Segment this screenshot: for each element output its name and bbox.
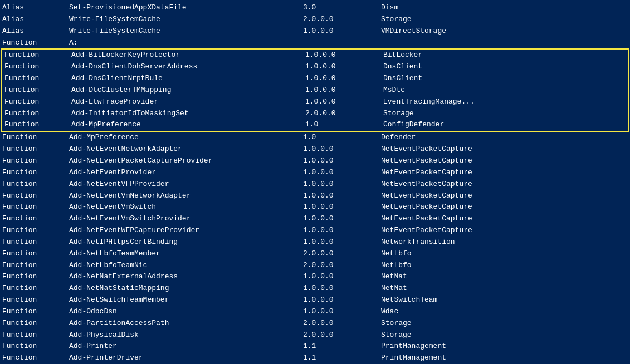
row-name: Add-Printer [69, 341, 303, 352]
table-row: FunctionAdd-Printer1.1PrintManagement [0, 341, 630, 352]
row-type: Alias [2, 26, 69, 37]
table-row: AliasSet-ProvisionedAppXDataFile3.0Dism [0, 2, 630, 14]
row-name: Add-BitLockerKeyProtector [71, 50, 305, 61]
row-module: NetLbfo [381, 249, 628, 259]
row-name: Write-FileSystemCache [69, 26, 303, 37]
row-version: 2.0.0.0 [303, 330, 381, 341]
row-version: 1.0.0.0 [303, 283, 381, 294]
row-version: 3.0 [303, 3, 381, 13]
row-version: 1.0.0.0 [303, 272, 381, 282]
table-row: FunctionAdd-NetLbfoTeamNic2.0.0.0NetLbfo [0, 260, 630, 272]
row-type: Function [4, 62, 71, 72]
row-module: MsDtc [383, 85, 626, 96]
row-module: NetEventPacketCapture [381, 214, 628, 224]
row-type: Function [2, 191, 69, 201]
row-module: PrintManagement [381, 341, 628, 352]
row-name: Add-EtwTraceProvider [71, 97, 305, 107]
row-type: Function [2, 168, 69, 178]
row-name: Set-ProvisionedAppXDataFile [69, 3, 303, 13]
row-module: NetworkTransition [381, 237, 628, 248]
table-row: FunctionAdd-NetEventVFPProvider1.0.0.0Ne… [0, 179, 630, 190]
row-type: Function [2, 214, 69, 224]
table-row: FunctionAdd-PhysicalDisk2.0.0.0Storage [0, 329, 630, 341]
row-name: Add-PrinterDriver [69, 353, 303, 363]
row-name: Add-PartitionAccessPath [69, 318, 303, 329]
row-type: Function [2, 353, 69, 363]
table-row: FunctionAdd-DtcClusterTMMapping1.0.0.0Ms… [2, 85, 628, 96]
row-name: Add-NetEventWFPCaptureProvider [69, 225, 303, 236]
row-module: Storage [383, 109, 626, 119]
row-name: Add-DtcClusterTMMapping [71, 85, 305, 96]
table-row: FunctionAdd-NetEventNetworkAdapter1.0.0.… [0, 144, 630, 155]
row-module: NetEventPacketCapture [381, 179, 628, 190]
row-type: Function [2, 225, 69, 236]
table-row: FunctionAdd-NetEventProvider1.0.0.0NetEv… [0, 167, 630, 179]
row-module: Storage [381, 318, 628, 329]
row-name: Add-NetEventVmSwitchProvider [69, 214, 303, 224]
row-name: A: [69, 38, 303, 48]
row-version: 1.0.0.0 [303, 307, 381, 317]
row-name: Add-NetEventVmSwitch [69, 202, 303, 213]
row-type: Function [4, 109, 71, 119]
row-name: Add-MpPreference [71, 120, 305, 130]
row-type: Function [4, 73, 71, 84]
table-row: FunctionAdd-NetSwitchTeamMember1.0.0.0Ne… [0, 294, 630, 306]
row-module: NetEventPacketCapture [381, 225, 628, 236]
table-row: FunctionAdd-InitiatorIdToMaskingSet2.0.0… [2, 108, 628, 120]
row-module: DnsClient [383, 73, 626, 84]
table-row: FunctionAdd-NetEventPacketCaptureProvide… [0, 155, 630, 167]
row-type: Function [2, 307, 69, 317]
row-type: Function [2, 237, 69, 248]
row-version: 1.0.0.0 [303, 179, 381, 190]
row-module: VMDirectStorage [381, 26, 628, 37]
row-version: 1.0.0.0 [305, 97, 383, 107]
table-row: FunctionAdd-PartitionAccessPath2.0.0.0St… [0, 318, 630, 329]
row-name: Write-FileSystemCache [69, 14, 303, 25]
row-module: NetEventPacketCapture [381, 202, 628, 213]
row-module: PrintManagement [381, 353, 628, 363]
row-version: 2.0.0.0 [303, 318, 381, 329]
row-type: Function [2, 202, 69, 213]
row-module: BitLocker [383, 50, 626, 61]
row-type: Function [2, 260, 69, 271]
row-name: Add-NetEventNetworkAdapter [69, 144, 303, 155]
table-row: FunctionAdd-DnsClientDohServerAddress1.0… [2, 61, 628, 73]
row-version: 1.0.0.0 [303, 168, 381, 178]
table-row: AliasWrite-FileSystemCache2.0.0.0Storage [0, 14, 630, 26]
row-version: 2.0.0.0 [303, 14, 381, 25]
row-type: Function [2, 272, 69, 282]
table-row: FunctionAdd-PrinterDriver1.1PrintManagem… [0, 352, 630, 364]
row-module: NetEventPacketCapture [381, 168, 628, 178]
row-type: Function [2, 38, 69, 48]
row-type: Alias [2, 14, 69, 25]
row-module: NetEventPacketCapture [381, 144, 628, 155]
row-module: NetLbfo [381, 260, 628, 271]
row-type: Function [2, 295, 69, 306]
row-type: Function [4, 120, 71, 130]
row-version: 1.0.0.0 [303, 225, 381, 236]
row-module: EventTracingManage... [383, 97, 626, 107]
row-type: Function [2, 318, 69, 329]
table-row: FunctionAdd-NetEventVmNetworkAdapter1.0.… [0, 190, 630, 202]
highlight-group: ➤FunctionAdd-BitLockerKeyProtector1.0.0.… [1, 48, 629, 132]
row-version: 1.0.0.0 [303, 26, 381, 37]
row-type: Function [4, 50, 71, 61]
row-name: Add-MpPreference [69, 132, 303, 143]
row-module: Defender [381, 132, 628, 143]
row-version: 1.1 [303, 353, 381, 363]
row-name: Add-NetSwitchTeamMember [69, 295, 303, 306]
row-version: 1.0.0.0 [303, 156, 381, 166]
row-version: 1.0.0.0 [305, 62, 383, 72]
row-type: Function [2, 283, 69, 294]
row-version: 1.0.0.0 [305, 73, 383, 84]
row-type: Function [2, 156, 69, 166]
table-row: FunctionAdd-NetNatStaticMapping1.0.0.0Ne… [0, 283, 630, 294]
row-type: Function [4, 97, 71, 107]
row-type: Function [2, 179, 69, 190]
row-version: 1.0.0.0 [303, 214, 381, 224]
row-name: Add-PhysicalDisk [69, 330, 303, 341]
table-row: FunctionAdd-OdbcDsn1.0.0.0Wdac [0, 306, 630, 318]
table-row: FunctionAdd-NetEventVmSwitchProvider1.0.… [0, 213, 630, 225]
table-row: FunctionAdd-NetIPHttpsCertBinding1.0.0.0… [0, 237, 630, 248]
row-version: 1.0.0.0 [305, 50, 383, 61]
